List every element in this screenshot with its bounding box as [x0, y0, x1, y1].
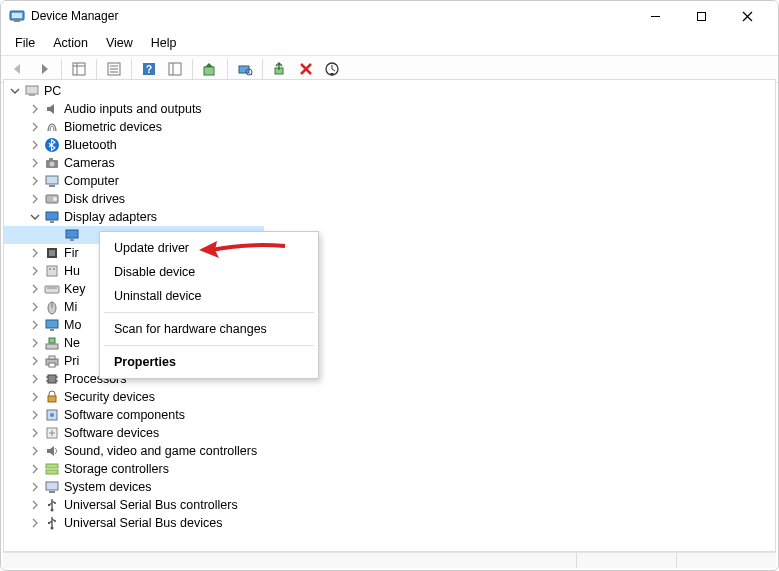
hid-icon	[44, 263, 60, 279]
expand-icon[interactable]	[28, 372, 42, 386]
expand-icon[interactable]	[28, 300, 42, 314]
svg-rect-49	[46, 320, 58, 328]
tree-item[interactable]: Security devices	[4, 388, 775, 406]
menu-file[interactable]: File	[7, 33, 43, 53]
network-icon	[44, 335, 60, 351]
close-button[interactable]	[724, 1, 770, 31]
system-icon	[44, 479, 60, 495]
expand-icon[interactable]	[28, 192, 42, 206]
svg-point-30	[50, 162, 55, 167]
expand-icon[interactable]	[28, 102, 42, 116]
help-button[interactable]: ?	[138, 58, 160, 80]
expand-icon[interactable]	[28, 390, 42, 404]
expand-icon[interactable]	[28, 264, 42, 278]
svg-rect-54	[49, 356, 55, 359]
menu-scan-hardware[interactable]: Scan for hardware changes	[100, 317, 318, 341]
tree-item-label: Key	[64, 280, 86, 298]
security-icon	[44, 389, 60, 405]
menu-disable-device[interactable]: Disable device	[100, 260, 318, 284]
menu-separator	[104, 312, 314, 313]
tree-item[interactable]: Software components	[4, 406, 775, 424]
svg-rect-68	[49, 491, 55, 493]
tree-item[interactable]: Universal Serial Bus controllers	[4, 496, 775, 514]
tree-item[interactable]: Computer	[4, 172, 775, 190]
tree-item[interactable]: Display adapters	[4, 208, 775, 226]
svg-rect-67	[46, 482, 58, 490]
toolbar-separator	[192, 59, 193, 79]
bluetooth-icon	[44, 137, 60, 153]
svg-point-73	[54, 520, 56, 522]
tree-item[interactable]: Software devices	[4, 424, 775, 442]
uninstall-button[interactable]	[295, 58, 317, 80]
expand-icon[interactable]	[28, 336, 42, 350]
maximize-button[interactable]	[678, 1, 724, 31]
tree-item[interactable]: Disk drives	[4, 190, 775, 208]
tree-item-label: Biometric devices	[64, 118, 162, 136]
tree-item[interactable]: System devices	[4, 478, 775, 496]
tree-item-label: Universal Serial Bus devices	[64, 514, 222, 532]
expand-icon[interactable]	[28, 498, 42, 512]
tree-item-label: Mo	[64, 316, 81, 334]
expand-icon[interactable]	[28, 138, 42, 152]
svg-rect-18	[204, 67, 214, 75]
show-hide-tree-button[interactable]	[68, 58, 90, 80]
forward-button[interactable]	[33, 58, 55, 80]
monitor-icon	[44, 317, 60, 333]
tree-root-label: PC	[44, 82, 61, 100]
expand-icon[interactable]	[28, 120, 42, 134]
tree-item-label: Universal Serial Bus controllers	[64, 496, 238, 514]
expand-icon[interactable]	[28, 516, 42, 530]
scan-button[interactable]	[234, 58, 256, 80]
update-driver-button[interactable]	[199, 58, 221, 80]
svg-rect-45	[45, 286, 59, 293]
toolbar-separator	[262, 59, 263, 79]
tree-root[interactable]: PC	[4, 82, 775, 100]
collapse-icon[interactable]	[28, 210, 42, 224]
tree-item-label: Sound, video and game controllers	[64, 442, 257, 460]
expand-icon[interactable]	[28, 246, 42, 260]
expand-icon[interactable]	[28, 354, 42, 368]
tree-item[interactable]: Sound, video and game controllers	[4, 442, 775, 460]
disable-button[interactable]	[321, 58, 343, 80]
tree-item-label: Cameras	[64, 154, 115, 172]
tree-item[interactable]: Bluetooth	[4, 136, 775, 154]
app-icon	[9, 8, 25, 24]
sound-icon	[44, 443, 60, 459]
expand-icon[interactable]	[28, 282, 42, 296]
back-button[interactable]	[7, 58, 29, 80]
toolbar-separator	[61, 59, 62, 79]
expand-icon[interactable]	[28, 444, 42, 458]
expand-icon[interactable]	[28, 174, 42, 188]
menu-properties[interactable]: Properties	[100, 350, 318, 374]
expand-icon[interactable]	[28, 480, 42, 494]
svg-point-44	[53, 268, 55, 270]
tree-item[interactable]: Audio inputs and outputs	[4, 100, 775, 118]
menu-update-driver[interactable]: Update driver	[100, 236, 318, 260]
expand-icon[interactable]	[28, 318, 42, 332]
expand-icon[interactable]	[28, 426, 42, 440]
menu-action[interactable]: Action	[45, 33, 96, 53]
svg-rect-42	[47, 266, 57, 276]
tree-item[interactable]: Universal Serial Bus devices	[4, 514, 775, 532]
menu-view[interactable]: View	[98, 33, 141, 53]
svg-rect-41	[49, 250, 55, 256]
tree-item[interactable]: Storage controllers	[4, 460, 775, 478]
action-button[interactable]	[164, 58, 186, 80]
expand-icon[interactable]	[28, 156, 42, 170]
tree-item[interactable]: Cameras	[4, 154, 775, 172]
usb-icon	[44, 497, 60, 513]
svg-rect-16	[169, 63, 181, 75]
menu-uninstall-device[interactable]: Uninstall device	[100, 284, 318, 308]
toolbar-separator	[96, 59, 97, 79]
minimize-button[interactable]	[632, 1, 678, 31]
svg-rect-51	[46, 344, 58, 349]
collapse-icon[interactable]	[8, 84, 22, 98]
properties-button[interactable]	[103, 58, 125, 80]
menu-help[interactable]: Help	[143, 33, 185, 53]
firmware-icon	[44, 245, 60, 261]
expand-icon[interactable]	[28, 408, 42, 422]
enable-button[interactable]	[269, 58, 291, 80]
svg-rect-74	[48, 522, 50, 524]
tree-item[interactable]: Biometric devices	[4, 118, 775, 136]
expand-icon[interactable]	[28, 462, 42, 476]
